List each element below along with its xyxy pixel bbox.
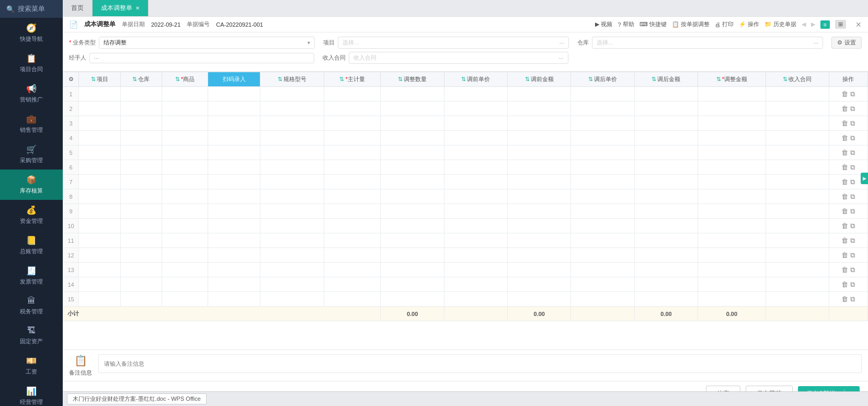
copy-icon-11[interactable]: ⧉ [850,236,855,245]
sidebar-item-sales-promo[interactable]: 📢 营销推广 [0,78,63,109]
cell-scan-11[interactable] [208,233,260,248]
cell-spec-5[interactable] [260,145,324,160]
cell-adjamount-15[interactable] [698,292,766,307]
cell-aup-1[interactable] [571,87,634,102]
toolbar-ops[interactable]: ⚡ 操作 [739,20,759,28]
cell-aup-11[interactable] [571,233,634,248]
cell-aup-9[interactable] [571,204,634,219]
cell-warehouse-4[interactable] [120,131,162,145]
cell-aamount-7[interactable] [634,175,698,189]
cell-spec-11[interactable] [260,233,324,248]
cell-spec-4[interactable] [260,131,324,145]
cell-adjqty-12[interactable] [381,248,444,263]
cell-spec-1[interactable] [260,87,324,102]
delete-icon-8[interactable]: 🗑 [841,193,848,201]
delete-icon-10[interactable]: 🗑 [841,222,848,230]
cell-warehouse-13[interactable] [120,263,162,277]
col-adjust-amount[interactable]: ⇅*调整金额 [698,72,766,87]
cell-product-10[interactable] [162,219,208,233]
cell-bamount-5[interactable] [508,145,571,160]
toolbar-by-order[interactable]: 📋 按单据调整 [672,20,710,28]
cell-bamount-8[interactable] [508,189,571,204]
cell-warehouse-5[interactable] [120,145,162,160]
delete-icon-14[interactable]: 🗑 [841,280,848,289]
cell-spec-2[interactable] [260,102,324,116]
cell-aup-4[interactable] [571,131,634,145]
cell-unit-9[interactable] [324,204,381,219]
cell-warehouse-2[interactable] [120,102,162,116]
sidebar-item-payroll[interactable]: 💴 工资 [0,351,63,381]
sidebar-item-tax-mgmt[interactable]: 🏛 税务管理 [0,291,63,321]
cell-scan-14[interactable] [208,277,260,292]
cell-project-12[interactable] [79,248,121,263]
cell-contract-15[interactable] [766,292,829,307]
cell-contract-9[interactable] [766,204,829,219]
cell-bup-14[interactable] [444,277,507,292]
col-before-unit-price[interactable]: ⇅调前单价 [444,72,507,87]
cell-unit-14[interactable] [324,277,381,292]
cell-contract-14[interactable] [766,277,829,292]
copy-icon-14[interactable]: ⧉ [850,280,855,289]
cell-product-15[interactable] [162,292,208,307]
cell-aamount-6[interactable] [634,160,698,175]
sidebar-item-invoice-mgmt[interactable]: 🧾 发票管理 [0,261,63,291]
cell-adjqty-2[interactable] [381,102,444,116]
cell-spec-15[interactable] [260,292,324,307]
cell-project-10[interactable] [79,219,121,233]
delete-icon-2[interactable]: 🗑 [841,105,848,113]
cell-adjqty-15[interactable] [381,292,444,307]
cell-bamount-1[interactable] [508,87,571,102]
cell-scan-12[interactable] [208,248,260,263]
cell-bup-3[interactable] [444,116,507,131]
view-toggle-list[interactable]: ≡ [820,20,830,29]
cell-spec-8[interactable] [260,189,324,204]
cell-adjamount-5[interactable] [698,145,766,160]
cell-spec-7[interactable] [260,175,324,189]
cell-adjqty-7[interactable] [381,175,444,189]
cell-project-7[interactable] [79,175,121,189]
settings-button[interactable]: ⚙ 设置 [831,37,862,49]
cell-aup-8[interactable] [571,189,634,204]
window-close-icon[interactable]: ✕ [855,20,862,29]
cell-bamount-4[interactable] [508,131,571,145]
copy-icon-2[interactable]: ⧉ [850,105,855,113]
cell-adjqty-1[interactable] [381,87,444,102]
cell-project-5[interactable] [79,145,121,160]
cell-aamount-4[interactable] [634,131,698,145]
sidebar-item-ledger-mgmt[interactable]: 📒 总账管理 [0,230,63,261]
sidebar-item-ops-mgmt[interactable]: 📊 经营管理 [0,381,63,406]
cell-product-5[interactable] [162,145,208,160]
cell-scan-4[interactable] [208,131,260,145]
cell-bamount-14[interactable] [508,277,571,292]
cell-bup-9[interactable] [444,204,507,219]
cell-aup-12[interactable] [571,248,634,263]
toolbar-video[interactable]: ▶ 视频 [595,20,612,28]
cell-product-12[interactable] [162,248,208,263]
cell-warehouse-9[interactable] [120,204,162,219]
toolbar-print[interactable]: 🖨 打印 [715,20,734,28]
cell-aamount-9[interactable] [634,204,698,219]
sidebar-search[interactable]: 🔍 搜索菜单 [0,0,63,18]
cell-scan-10[interactable] [208,219,260,233]
copy-icon-7[interactable]: ⧉ [850,178,855,186]
cell-aamount-5[interactable] [634,145,698,160]
cell-product-2[interactable] [162,102,208,116]
cell-contract-8[interactable] [766,189,829,204]
delete-icon-1[interactable]: 🗑 [841,90,848,98]
delete-icon-9[interactable]: 🗑 [841,207,848,216]
copy-icon-5[interactable]: ⧉ [850,149,855,157]
cell-bamount-11[interactable] [508,233,571,248]
sidebar-item-quick-nav[interactable]: 🧭 快捷导航 [0,18,63,48]
cell-aamount-13[interactable] [634,263,698,277]
cell-adjamount-12[interactable] [698,248,766,263]
delete-icon-3[interactable]: 🗑 [841,119,848,128]
delete-icon-11[interactable]: 🗑 [841,236,848,245]
cell-aup-7[interactable] [571,175,634,189]
business-type-input[interactable]: 结存调整 ▾ [99,37,315,49]
cell-scan-15[interactable] [208,292,260,307]
copy-icon-8[interactable]: ⧉ [850,193,855,201]
cell-project-2[interactable] [79,102,121,116]
cell-product-4[interactable] [162,131,208,145]
cell-aup-5[interactable] [571,145,634,160]
cell-adjamount-7[interactable] [698,175,766,189]
